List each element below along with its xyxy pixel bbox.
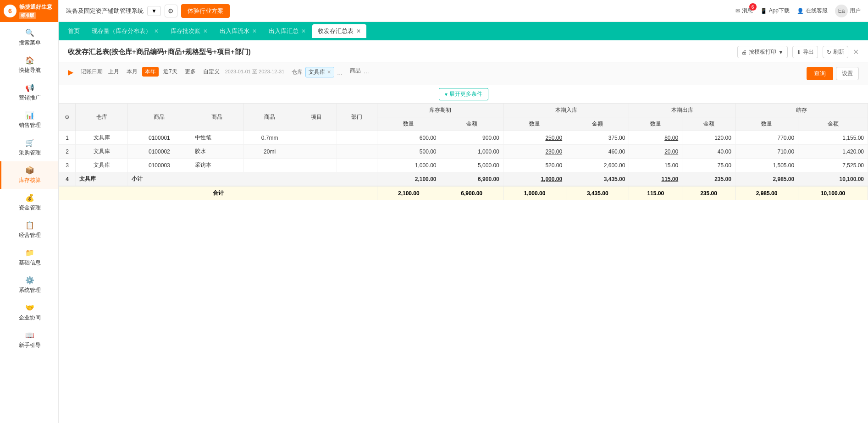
sidebar-item-operations[interactable]: 📋经营管理 bbox=[0, 216, 58, 244]
online-support-button[interactable]: 👤 在线客服 bbox=[797, 7, 828, 15]
date-option-自定义[interactable]: 自定义 bbox=[200, 67, 222, 77]
col-header-out-stock: 本期出库 bbox=[629, 104, 735, 117]
sub-col-init-amt: 金额 bbox=[440, 117, 503, 131]
sidebar-item-collab[interactable]: 🤝企业协同 bbox=[0, 299, 58, 326]
sidebar-item-label: 采购管理 bbox=[19, 149, 41, 157]
total-in-amt: 3,435.00 bbox=[566, 186, 629, 200]
sidebar-item-inventory[interactable]: 📦库存核算 bbox=[0, 161, 58, 189]
page-close-button[interactable]: ✕ bbox=[853, 48, 859, 56]
tab-summary[interactable]: 出入库汇总✕ bbox=[263, 24, 311, 38]
row-init-amt: 1,000.00 bbox=[440, 145, 503, 159]
warehouse-tag-close[interactable]: ✕ bbox=[327, 69, 331, 75]
refresh-button[interactable]: ↻ 刷新 bbox=[823, 46, 848, 58]
row-no: 2 bbox=[59, 145, 76, 159]
tab-label: 收发存汇总表 bbox=[318, 27, 354, 35]
trial-button[interactable]: 体验行业方案 bbox=[181, 4, 230, 18]
sidebar-item-sales[interactable]: 📊销售管理 bbox=[0, 106, 58, 134]
row-out-qty[interactable]: 15.00 bbox=[629, 159, 682, 172]
subtotal-init-amt: 6,900.00 bbox=[440, 172, 503, 187]
app-icon: 📱 bbox=[760, 8, 767, 14]
export-button[interactable]: ⬇ 导出 bbox=[792, 46, 818, 58]
avatar: Ea bbox=[835, 5, 848, 17]
warehouse-tag[interactable]: 文具库 ✕ bbox=[305, 67, 334, 77]
print-button[interactable]: 🖨 按模板打印 ▼ bbox=[737, 46, 788, 58]
row-in-amt: 375.00 bbox=[566, 131, 629, 145]
row-in-qty[interactable]: 250.00 bbox=[503, 131, 566, 145]
filter-settings-button[interactable]: 设置 bbox=[836, 67, 859, 80]
row-warehouse: 文具库 bbox=[76, 131, 128, 145]
date-label: 记账日期 bbox=[81, 68, 103, 76]
sidebar-tag: 标准版 bbox=[19, 12, 36, 19]
row-init-qty: 600.00 bbox=[377, 131, 440, 145]
date-option-上月[interactable]: 上月 bbox=[105, 67, 122, 77]
sidebar-item-basic[interactable]: 📁基础信息 bbox=[0, 244, 58, 271]
row-spec: 0.7mm bbox=[243, 131, 296, 145]
row-no: 1 bbox=[59, 131, 76, 145]
table-row: 3 文具库 0100003 采访本 1,000.00 5,000.00 520.… bbox=[59, 159, 868, 172]
sidebar-item-marketing[interactable]: 📢营销推广 bbox=[0, 79, 58, 106]
row-bal-amt: 7,525.00 bbox=[798, 159, 868, 172]
total-out-amt: 235.00 bbox=[682, 186, 735, 200]
row-out-qty[interactable]: 20.00 bbox=[629, 145, 682, 159]
tab-home[interactable]: 首页 bbox=[62, 24, 85, 38]
row-code: 0100003 bbox=[128, 159, 191, 172]
col-header-warehouse: 仓库 bbox=[76, 104, 128, 131]
support-icon: 👤 bbox=[797, 8, 804, 14]
system-name: 装备及固定资产辅助管理系统 bbox=[66, 7, 144, 15]
tab-inventory-dist[interactable]: 现存量（库存分布表）✕ bbox=[86, 24, 164, 38]
content-area: 收发存汇总表(按仓库+商品编码+商品+规格型号+项目+部门) 🖨 按模板打印 ▼… bbox=[59, 40, 868, 423]
sidebar-item-guide[interactable]: 📖新手引导 bbox=[0, 326, 58, 354]
row-in-qty[interactable]: 230.00 bbox=[503, 145, 566, 159]
date-option-本月[interactable]: 本月 bbox=[124, 67, 140, 77]
row-name: 中性笔 bbox=[191, 131, 243, 145]
refresh-icon: ↻ bbox=[827, 49, 831, 55]
row-bal-amt: 1,155.00 bbox=[798, 131, 868, 145]
filter-collapse-button[interactable]: ▶ bbox=[68, 68, 73, 77]
row-in-qty[interactable]: 520.00 bbox=[503, 159, 566, 172]
topbar: 装备及固定资产辅助管理系统 ▼ ⚙ 体验行业方案 ✉ 消息 6 📱 App下载 … bbox=[59, 0, 868, 22]
sidebar-menu: 🔍搜索菜单🏠快捷导航📢营销推广📊销售管理🛒采购管理📦库存核算💰资金管理📋经营管理… bbox=[0, 22, 58, 423]
sidebar-item-purchase[interactable]: 🛒采购管理 bbox=[0, 134, 58, 161]
data-table: ⚙ 仓库 商品 商品 商品 项目 部门 库存期初 本期入库 本期出库 结存 数量 bbox=[59, 103, 868, 200]
date-option-更多[interactable]: 更多 bbox=[182, 67, 199, 77]
tab-close-recv-send[interactable]: ✕ bbox=[356, 28, 361, 34]
tab-close-summary[interactable]: ✕ bbox=[301, 28, 306, 34]
subtotal-row: 4 文具库 小计 2,100.00 6,900.00 1,000.00 3,43… bbox=[59, 172, 868, 187]
goods-more[interactable]: ... bbox=[364, 67, 369, 75]
row-out-qty[interactable]: 80.00 bbox=[629, 131, 682, 145]
collab-icon: 🤝 bbox=[25, 303, 34, 312]
message-button[interactable]: ✉ 消息 6 bbox=[735, 7, 753, 15]
date-option-近7天[interactable]: 近7天 bbox=[160, 67, 180, 77]
tab-recv-send[interactable]: 收发存汇总表✕ bbox=[312, 24, 366, 38]
tab-close-batch-ledger[interactable]: ✕ bbox=[203, 28, 208, 34]
sidebar-item-quick-nav[interactable]: 🏠快捷导航 bbox=[0, 51, 58, 79]
table-row: 1 文具库 0100001 中性笔 0.7mm 600.00 900.00 25… bbox=[59, 131, 868, 145]
sub-col-bal-qty: 数量 bbox=[735, 117, 798, 131]
tab-close-flow[interactable]: ✕ bbox=[252, 28, 257, 34]
tab-flow[interactable]: 出入库流水✕ bbox=[214, 24, 262, 38]
purchase-icon: 🛒 bbox=[25, 138, 34, 147]
app-download-button[interactable]: 📱 App下载 bbox=[760, 7, 790, 15]
user-label: 用户 bbox=[850, 7, 861, 15]
subtotal-init-qty: 2,100.00 bbox=[377, 172, 440, 187]
total-init-qty: 2,100.00 bbox=[377, 186, 440, 200]
tab-batch-ledger[interactable]: 库存批次账✕ bbox=[165, 24, 213, 38]
support-label: 在线客服 bbox=[806, 7, 828, 15]
user-button[interactable]: Ea 用户 bbox=[835, 5, 861, 17]
row-warehouse: 文具库 bbox=[76, 159, 128, 172]
query-button[interactable]: 查询 bbox=[807, 67, 833, 80]
tab-label: 首页 bbox=[68, 27, 80, 35]
column-settings-icon[interactable]: ⚙ bbox=[59, 104, 76, 131]
sidebar-item-search[interactable]: 🔍搜索菜单 bbox=[0, 24, 58, 51]
subtotal-out-amt: 235.00 bbox=[682, 172, 735, 187]
sidebar-item-finance[interactable]: 💰资金管理 bbox=[0, 189, 58, 216]
sidebar-item-system[interactable]: ⚙️系统管理 bbox=[0, 271, 58, 299]
tab-close-inventory-dist[interactable]: ✕ bbox=[154, 28, 159, 34]
logo-text: 畅捷通好生意 bbox=[19, 3, 52, 11]
row-bal-qty: 710.00 bbox=[735, 145, 798, 159]
system-dropdown[interactable]: ▼ bbox=[147, 6, 161, 16]
warehouse-more[interactable]: ... bbox=[337, 69, 343, 76]
date-option-本年[interactable]: 本年 bbox=[142, 67, 159, 77]
expand-conditions-button[interactable]: ▾ 展开更多条件 bbox=[439, 88, 488, 100]
settings-button[interactable]: ⚙ bbox=[165, 5, 177, 17]
